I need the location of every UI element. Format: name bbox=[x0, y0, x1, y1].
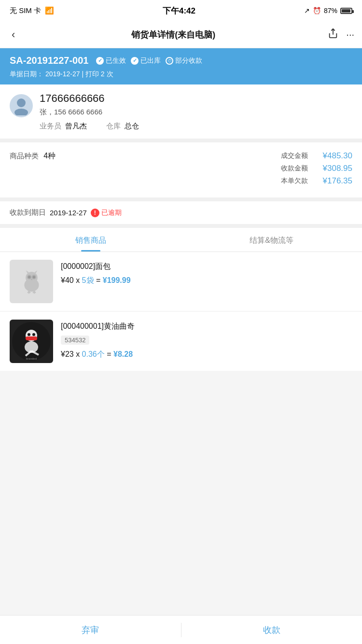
status-left: 无 SIM 卡 📶 bbox=[10, 6, 54, 15]
tab-settlement[interactable]: 结算&物流等 bbox=[181, 228, 362, 252]
debt-value: ¥176.35 bbox=[314, 176, 352, 186]
banner-date-row: 单据日期： 2019-12-27 | 打印 2 次 bbox=[10, 70, 352, 79]
status-bar: 无 SIM 卡 📶 下午4:42 ↗ ⏰ 87% bbox=[0, 0, 362, 21]
type-count: 4种 bbox=[43, 152, 56, 160]
summary-left: 商品种类 4种 bbox=[10, 151, 56, 163]
list-item: branded [000400001]黄油曲奇 534532 ¥23 x 0.3… bbox=[0, 312, 362, 371]
cancel-review-button[interactable]: 弃审 bbox=[0, 616, 181, 644]
product-types-row: 商品种类 4种 bbox=[10, 151, 56, 161]
date-label: 单据日期： bbox=[10, 70, 43, 78]
svg-point-7 bbox=[28, 276, 30, 279]
due-date-section: 收款到期日 2019-12-27 ! 已逾期 bbox=[0, 201, 362, 228]
warehouse-info: 仓库 总仓 bbox=[106, 122, 139, 131]
product-price-2: ¥23 x 0.36个 = ¥8.28 bbox=[61, 350, 352, 360]
alarm-icon: ⏰ bbox=[313, 7, 321, 14]
svg-text:branded: branded bbox=[26, 357, 37, 360]
badge-delivered: ✓ 已出库 bbox=[131, 56, 161, 65]
battery-percent: 87% bbox=[324, 7, 337, 14]
status-right: ↗ ⏰ 87% bbox=[304, 7, 352, 14]
order-badges: ✓ 已生效 ✓ 已出库 ⏱ 部分收款 bbox=[96, 56, 202, 65]
product-sku-2: 534532 bbox=[61, 336, 89, 345]
share-icon[interactable] bbox=[328, 28, 338, 41]
svg-rect-20 bbox=[26, 336, 37, 340]
location-icon: ↗ bbox=[304, 7, 310, 14]
svg-point-22 bbox=[32, 333, 35, 336]
amount-label: 成交金额 bbox=[281, 152, 308, 160]
print-count: 2 bbox=[101, 70, 105, 78]
clock-icon: ⏱ bbox=[166, 57, 173, 65]
list-item: [0000002]面包 ¥40 x 5袋 = ¥199.99 bbox=[0, 252, 362, 311]
svg-point-2 bbox=[14, 109, 28, 115]
amount-row: 成交金额 ¥485.30 bbox=[281, 151, 352, 161]
page-title: 销货单详情(来自电脑) bbox=[131, 29, 215, 41]
type-label: 商品种类 bbox=[10, 152, 39, 160]
overdue-text: 已逾期 bbox=[101, 209, 122, 217]
product-list: [0000002]面包 ¥40 x 5袋 = ¥199.99 bbox=[0, 252, 362, 371]
svg-point-1 bbox=[17, 98, 26, 107]
avatar bbox=[10, 94, 33, 117]
print-suffix: 次 bbox=[107, 70, 113, 78]
debt-row: 本单欠款 ¥176.35 bbox=[281, 176, 352, 186]
customer-name: 张，156 6666 6666 bbox=[40, 108, 352, 117]
sales-name: 曾凡杰 bbox=[65, 122, 87, 130]
overdue-icon: ! bbox=[91, 209, 99, 217]
received-row: 收款金额 ¥308.95 bbox=[281, 164, 352, 173]
more-icon[interactable]: ··· bbox=[346, 29, 354, 40]
tabs-section: 销售商品 结算&物流等 bbox=[0, 228, 362, 252]
product-total-2: ¥8.28 bbox=[113, 350, 133, 358]
nav-actions: ··· bbox=[328, 28, 354, 41]
badge-effective: ✓ 已生效 bbox=[96, 56, 126, 65]
customer-phone: 17666666666 bbox=[40, 92, 352, 105]
print-separator: | 打印 bbox=[82, 70, 100, 78]
product-qty-2: 0.36个 bbox=[82, 350, 105, 358]
status-time: 下午4:42 bbox=[163, 5, 195, 16]
svg-point-21 bbox=[28, 333, 30, 336]
received-label: 收款金额 bbox=[281, 164, 308, 173]
product-thumbnail-2: branded bbox=[10, 320, 53, 363]
overdue-badge: ! 已逾期 bbox=[91, 209, 122, 217]
customer-section: 17666666666 张，156 6666 6666 业务员 曾凡杰 仓库 总… bbox=[0, 84, 362, 142]
product-name-1: [0000002]面包 bbox=[61, 262, 352, 272]
check-icon: ✓ bbox=[96, 57, 104, 65]
order-number: SA-20191227-001 bbox=[10, 55, 88, 66]
sales-label: 业务员 bbox=[40, 122, 61, 130]
due-date-value: 2019-12-27 bbox=[50, 209, 87, 217]
customer-info: 17666666666 张，156 6666 6666 业务员 曾凡杰 仓库 总… bbox=[40, 92, 352, 131]
product-qty-1: 5袋 bbox=[82, 276, 94, 284]
wifi-icon: 📶 bbox=[45, 6, 54, 15]
sales-info: 业务员 曾凡杰 bbox=[40, 122, 87, 131]
amount-value: ¥485.30 bbox=[314, 151, 352, 161]
summary-section: 商品种类 4种 成交金额 ¥485.30 收款金额 ¥308.95 本单欠款 ¥… bbox=[0, 142, 362, 201]
product-price-1: ¥40 x 5袋 = ¥199.99 bbox=[61, 276, 352, 286]
tab-sales-goods[interactable]: 销售商品 bbox=[0, 228, 181, 252]
product-info-1: [0000002]面包 ¥40 x 5袋 = ¥199.99 bbox=[61, 260, 352, 286]
back-button[interactable]: ‹ bbox=[8, 25, 19, 45]
check-icon2: ✓ bbox=[131, 57, 139, 65]
order-date: 2019-12-27 bbox=[45, 70, 80, 78]
bottom-action-bar: 弃审 收款 bbox=[0, 615, 362, 644]
warehouse-name: 总仓 bbox=[125, 122, 139, 130]
product-name-2: [000400001]黄油曲奇 bbox=[61, 322, 352, 332]
product-info-2: [000400001]黄油曲奇 534532 ¥23 x 0.36个 = ¥8.… bbox=[61, 320, 352, 360]
battery-icon bbox=[340, 8, 352, 14]
collect-payment-button[interactable]: 收款 bbox=[181, 616, 362, 644]
warehouse-label: 仓库 bbox=[106, 122, 121, 130]
product-thumbnail-1 bbox=[10, 260, 53, 303]
customer-meta: 业务员 曾凡杰 仓库 总仓 bbox=[40, 122, 352, 131]
svg-point-8 bbox=[32, 276, 35, 279]
carrier-label: 无 SIM 卡 bbox=[10, 6, 41, 15]
due-label: 收款到期日 bbox=[10, 208, 46, 217]
debt-label: 本单欠款 bbox=[281, 177, 308, 185]
product-total-1: ¥199.99 bbox=[103, 276, 131, 284]
banner-row1: SA-20191227-001 ✓ 已生效 ✓ 已出库 ⏱ 部分收款 bbox=[10, 55, 352, 66]
nav-bar: ‹ 销货单详情(来自电脑) ··· bbox=[0, 21, 362, 48]
received-value: ¥308.95 bbox=[314, 164, 352, 173]
badge-partial-payment: ⏱ 部分收款 bbox=[166, 56, 202, 65]
summary-right: 成交金额 ¥485.30 收款金额 ¥308.95 本单欠款 ¥176.35 bbox=[281, 151, 352, 189]
order-header: SA-20191227-001 ✓ 已生效 ✓ 已出库 ⏱ 部分收款 单据日期：… bbox=[0, 48, 362, 84]
